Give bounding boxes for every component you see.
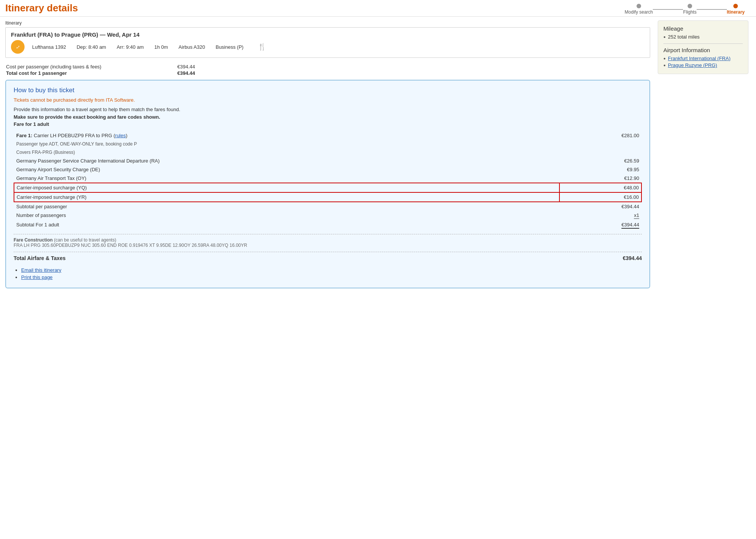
nav-label-modify[interactable]: Modify search	[625, 9, 653, 15]
fare1-rules-link[interactable]: rules	[115, 133, 126, 138]
total-cost-label: Total cost for 1 passenger	[6, 70, 67, 76]
fare1-sub1: Passenger type ADT, ONE-WAY-ONLY fare, b…	[14, 140, 641, 148]
left-column: Itinerary Frankfurt (FRA) to Prague (PRG…	[5, 20, 650, 288]
main-content: Itinerary Frankfurt (FRA) to Prague (PRG…	[0, 17, 756, 296]
fare1-amount: €281.00	[559, 131, 641, 140]
action-links-list: Email this itinerary Print this page	[14, 267, 642, 280]
how-to-buy-box: How to buy this ticket Tickets cannot be…	[5, 80, 650, 288]
fee-amount: €16.00	[559, 192, 641, 202]
num-passengers-row: Number of passengers x1	[14, 211, 641, 220]
nav-label-flights[interactable]: Flights	[683, 9, 696, 15]
num-passengers-label: Number of passengers	[14, 211, 559, 220]
num-passengers-value: x1	[634, 212, 639, 219]
nav-dot-flights	[688, 4, 692, 8]
nav-step-modify[interactable]: Modify search	[625, 4, 653, 15]
instructions-line3: Fare for 1 adult	[14, 121, 49, 127]
airport-prg-bullet: ●	[663, 63, 666, 67]
num-passengers-amount: x1	[559, 211, 641, 220]
subtotal-per-passenger-row: Subtotal per passenger €394.44	[14, 202, 641, 211]
fare1-detail2: )	[126, 133, 127, 138]
mileage-bullet: ●	[663, 35, 666, 39]
fee-label: Germany Passenger Service Charge Interna…	[14, 156, 559, 165]
fee-row: Carrier-imposed surcharge (YR) €16.00	[14, 192, 641, 202]
print-page-label: Print this page	[21, 274, 53, 280]
airport-info-title: Airport Information	[663, 47, 743, 53]
subtotal-1-adult-label: Subtotal For 1 adult	[14, 220, 559, 230]
fare-table: Fare 1: Carrier LH PDEBUZP9 FRA to PRG (…	[14, 131, 642, 230]
flight-details-row: Lufthansa 1392 Dep: 8:40 am Arr: 9:40 am…	[11, 40, 644, 54]
subtotal-per-passenger-label: Subtotal per passenger	[14, 202, 559, 211]
page-title: Itinerary details	[5, 0, 78, 14]
total-airfare-label: Total Airfare & Taxes	[14, 255, 65, 261]
itinerary-label: Itinerary	[5, 20, 650, 26]
lufthansa-icon	[13, 42, 22, 51]
fee-label: Carrier-imposed surcharge (YR)	[14, 192, 559, 202]
fee-row: Carrier-imposed surcharge (YQ) €48.00	[14, 183, 641, 192]
airport-prg-item: ● Prague Ruzyne (PRG)	[663, 62, 743, 68]
fare-construction-text: FRA LH PRG 305.60PDEBUZP9 NUC 305.60 END…	[14, 243, 247, 248]
fee-amount: €26.59	[559, 156, 641, 165]
total-airfare-amount: €394.44	[623, 255, 642, 261]
fare1-detail: Carrier LH PDEBUZP9 FRA to PRG (	[34, 133, 115, 138]
meal-icon: 🍴	[258, 43, 266, 51]
aircraft-info: Airbus A320	[178, 44, 205, 50]
svg-point-1	[17, 46, 19, 48]
nav-steps: Modify search Flights Itinerary	[625, 4, 748, 15]
total-airfare-row: Total Airfare & Taxes €394.44	[14, 252, 642, 261]
duration-info: 1h 0m	[154, 44, 168, 50]
fare-construction-subtitle: (can be useful to travel agents)	[54, 237, 116, 243]
fare1-sub2: Covers FRA-PRG (Business)	[14, 148, 641, 156]
aircraft: Airbus A320	[178, 44, 205, 50]
fee-amount: €9.95	[559, 165, 641, 174]
fare-construction-title: Fare Construction	[14, 237, 53, 243]
fee-label: Carrier-imposed surcharge (YQ)	[14, 183, 559, 192]
dep-time: Dep: 8:40 am	[77, 44, 106, 50]
nav-step-itinerary[interactable]: Itinerary	[727, 4, 745, 15]
right-sidebar: Mileage ● 252 total miles Airport Inform…	[658, 20, 748, 288]
fee-label: Germany Air Transport Tax (OY)	[14, 174, 559, 183]
fare1-row: Fare 1: Carrier LH PDEBUZP9 FRA to PRG (…	[14, 131, 641, 140]
mileage-value-item: ● 252 total miles	[663, 34, 743, 40]
fare-construction: Fare Construction (can be useful to trav…	[14, 234, 642, 248]
airline-logo	[11, 40, 25, 54]
airport-prg-label: Prague Ruzyne (PRG)	[668, 62, 717, 68]
cost-section: Cost per passenger (including taxes & fe…	[5, 64, 650, 76]
airline-name: Lufthansa 1392	[32, 44, 66, 50]
action-links: Email this itinerary Print this page	[14, 267, 642, 280]
mileage-value: 252 total miles	[668, 34, 700, 40]
nav-label-itinerary[interactable]: Itinerary	[727, 9, 745, 15]
flight-info: Lufthansa 1392 Dep: 8:40 am Arr: 9:40 am…	[32, 43, 644, 51]
flight-route: Frankfurt (FRA) to Prague (PRG) — Wed, A…	[11, 31, 644, 38]
subtotal-1-adult-amount: €394.44	[559, 220, 641, 230]
instructions-line2: Make sure to provide the exact booking a…	[14, 114, 160, 120]
print-page-item: Print this page	[21, 274, 642, 280]
fee-amount: €12.90	[559, 174, 641, 183]
print-page-link[interactable]: Print this page	[21, 274, 53, 280]
airport-fra-item: ● Frankfurt International (FRA)	[663, 56, 743, 61]
airport-fra-bullet: ●	[663, 56, 666, 60]
email-itinerary-label: Email this itinerary	[21, 267, 61, 273]
dep-info: Dep: 8:40 am	[77, 44, 106, 50]
airport-fra-link[interactable]: Frankfurt International (FRA)	[668, 56, 730, 61]
instructions-line1: Provide this information to a travel age…	[14, 107, 180, 112]
airport-prg-link[interactable]: Prague Ruzyne (PRG)	[668, 62, 717, 68]
email-itinerary-item: Email this itinerary	[21, 267, 642, 273]
sidebar-divider	[663, 43, 743, 44]
cabin-class: Business (P)	[215, 44, 243, 50]
fare1-bold-label: Fare 1:	[16, 133, 33, 138]
fare1-rules-text: rules	[115, 133, 126, 138]
subtotal-per-passenger-amount: €394.44	[559, 202, 641, 211]
fee-row: Germany Airport Security Charge (DE) €9.…	[14, 165, 641, 174]
subtotal-1-adult-row: Subtotal For 1 adult €394.44	[14, 220, 641, 230]
nav-step-flights[interactable]: Flights	[683, 4, 696, 15]
nav-dot-modify	[637, 4, 641, 8]
arr-info: Arr: 9:40 am	[117, 44, 144, 50]
airport-fra-label: Frankfurt International (FRA)	[668, 56, 730, 61]
fare1-label: Fare 1: Carrier LH PDEBUZP9 FRA to PRG (…	[14, 131, 559, 140]
total-cost-value: €394.44	[177, 70, 195, 76]
airline-info: Lufthansa 1392	[32, 44, 66, 50]
email-itinerary-link[interactable]: Email this itinerary	[21, 267, 61, 273]
sidebar-box: Mileage ● 252 total miles Airport Inform…	[658, 20, 748, 74]
mileage-title: Mileage	[663, 25, 743, 32]
fare1-sub2-row: Covers FRA-PRG (Business)	[14, 148, 641, 156]
